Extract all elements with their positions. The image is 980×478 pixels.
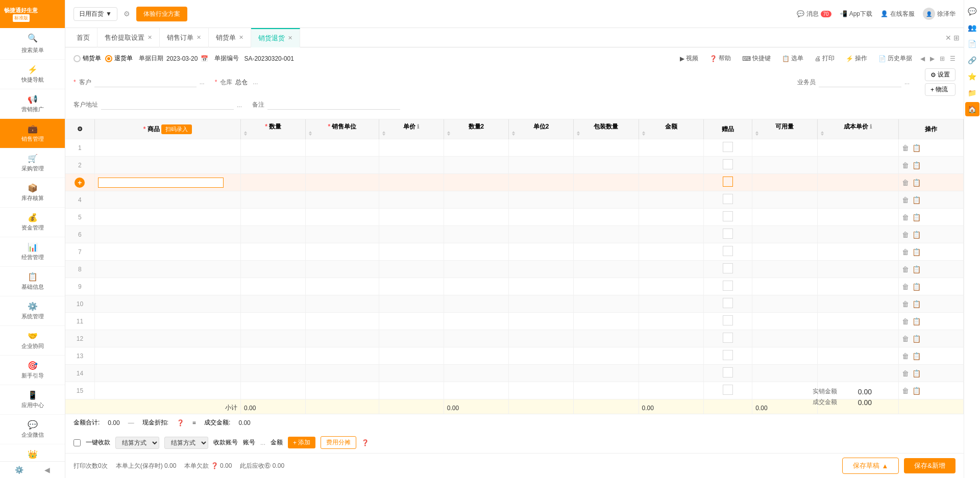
gift-cell-1[interactable] bbox=[703, 139, 752, 157]
available-sort[interactable] bbox=[755, 131, 814, 136]
radio-return[interactable]: 退货单 bbox=[105, 54, 133, 63]
gift-checkbox-8[interactable] bbox=[723, 263, 733, 273]
price-info-icon[interactable]: ℹ bbox=[417, 123, 419, 130]
product-cell-2[interactable] bbox=[94, 157, 240, 174]
address-dots[interactable]: ... bbox=[237, 102, 242, 109]
sidebar-item-shortcut[interactable]: ⚡ 快捷导航 bbox=[0, 60, 65, 89]
gift-cell-11[interactable] bbox=[703, 313, 752, 330]
qty2-cell-7[interactable] bbox=[444, 243, 508, 261]
sidebar-item-app[interactable]: 📱 应用中心 bbox=[0, 385, 65, 415]
cost-cell-7[interactable] bbox=[817, 243, 898, 261]
gift-checkbox-2[interactable] bbox=[723, 159, 733, 169]
product-cell-10[interactable] bbox=[94, 295, 240, 313]
copy-icon-6[interactable]: 📋 bbox=[912, 231, 921, 239]
gift-cell-10[interactable] bbox=[703, 295, 752, 313]
tab-home[interactable]: 首页 bbox=[69, 28, 97, 47]
sidebar-item-system[interactable]: ⚙️ 系统管理 bbox=[0, 296, 65, 326]
pack-cell-4[interactable] bbox=[574, 191, 639, 209]
cost-cell-12[interactable] bbox=[817, 330, 898, 347]
amount-sort[interactable] bbox=[642, 131, 700, 136]
cost-cell-9[interactable] bbox=[817, 278, 898, 295]
setting-btn[interactable]: ⚙ 设置 bbox=[925, 68, 955, 81]
unit2-cell-11[interactable] bbox=[509, 313, 574, 330]
available-cell-13[interactable] bbox=[752, 347, 817, 365]
price-cell-10[interactable] bbox=[379, 295, 444, 313]
tab-sales-return[interactable]: 销货退货 ✕ bbox=[251, 28, 300, 47]
qty-cell-2[interactable] bbox=[241, 157, 306, 174]
gift-cell-8[interactable] bbox=[703, 261, 752, 278]
pack-cell-14[interactable] bbox=[574, 365, 639, 382]
product-cell-4[interactable] bbox=[94, 191, 240, 209]
copy-icon-7[interactable]: 📋 bbox=[912, 248, 921, 256]
qty-cell-3[interactable] bbox=[241, 174, 306, 191]
available-cell-8[interactable] bbox=[752, 261, 817, 278]
gift-checkbox-6[interactable] bbox=[723, 229, 733, 239]
product-cell-5[interactable] bbox=[94, 209, 240, 226]
saleunit-cell-7[interactable] bbox=[306, 243, 379, 261]
product-cell-15[interactable] bbox=[94, 382, 240, 399]
copy-icon-15[interactable]: 📋 bbox=[912, 387, 921, 395]
pack-cell-2[interactable] bbox=[574, 157, 639, 174]
unit2-cell-3[interactable] bbox=[509, 174, 574, 191]
tab-delivery-close[interactable]: ✕ bbox=[239, 34, 243, 41]
qty-cell-9[interactable] bbox=[241, 278, 306, 295]
copy-icon-3[interactable]: 📋 bbox=[912, 179, 921, 187]
qty-cell-15[interactable] bbox=[241, 382, 306, 399]
gift-cell-9[interactable] bbox=[703, 278, 752, 295]
delete-icon-12[interactable]: 🗑 bbox=[902, 335, 909, 343]
price-cell-5[interactable] bbox=[379, 209, 444, 226]
pack-cell-1[interactable] bbox=[574, 139, 639, 157]
sidebar-item-enterprise[interactable]: 🤝 企业协同 bbox=[0, 326, 65, 356]
available-cell-4[interactable] bbox=[752, 191, 817, 209]
delete-icon-3[interactable]: 🗑 bbox=[902, 179, 909, 187]
tab-price-setting[interactable]: 售价提取设置 ✕ bbox=[97, 28, 160, 47]
cost-cell-11[interactable] bbox=[817, 313, 898, 330]
qty-sort[interactable] bbox=[244, 131, 302, 136]
gift-cell-7[interactable] bbox=[703, 243, 752, 261]
pack-cell-5[interactable] bbox=[574, 209, 639, 226]
qty2-cell-9[interactable] bbox=[444, 278, 508, 295]
qty2-cell-1[interactable] bbox=[444, 139, 508, 157]
saleunit-cell-12[interactable] bbox=[306, 330, 379, 347]
grid-view-btn[interactable]: ⊞ bbox=[940, 55, 945, 62]
tab-price-close[interactable]: ✕ bbox=[148, 34, 152, 41]
action-btn[interactable]: ⚡ 操作 bbox=[843, 53, 870, 64]
qty-cell-13[interactable] bbox=[241, 347, 306, 365]
price-cell-7[interactable] bbox=[379, 243, 444, 261]
experience-btn[interactable]: 体验行业方案 bbox=[136, 7, 187, 21]
product-input-3[interactable] bbox=[98, 178, 224, 188]
cost-cell-2[interactable] bbox=[817, 157, 898, 174]
pack-cell-15[interactable] bbox=[574, 382, 639, 399]
pack-cell-6[interactable] bbox=[574, 226, 639, 243]
customer-dots[interactable]: ... bbox=[200, 79, 205, 86]
tab-sales-delivery[interactable]: 销货单 ✕ bbox=[209, 28, 251, 47]
sidebar-item-member[interactable]: 👑 畅会员 bbox=[0, 444, 65, 461]
gift-cell-15[interactable] bbox=[703, 382, 752, 399]
pack-cell-12[interactable] bbox=[574, 330, 639, 347]
nav-next-btn[interactable]: ▶ bbox=[930, 55, 935, 62]
tab-close-all-btn[interactable]: ✕ bbox=[945, 34, 951, 42]
available-cell-3[interactable] bbox=[752, 174, 817, 191]
product-cell-14[interactable] bbox=[94, 365, 240, 382]
right-btn-4[interactable]: 🔗 bbox=[965, 53, 979, 67]
available-cell-11[interactable] bbox=[752, 313, 817, 330]
copy-icon-10[interactable]: 📋 bbox=[912, 300, 921, 308]
amount-cell-14[interactable] bbox=[639, 365, 703, 382]
amount-cell-10[interactable] bbox=[639, 295, 703, 313]
right-btn-3[interactable]: 📄 bbox=[965, 37, 979, 51]
tab-sales-order[interactable]: 销售订单 ✕ bbox=[160, 28, 209, 47]
delete-icon-11[interactable]: 🗑 bbox=[902, 317, 909, 325]
sidebar-item-search[interactable]: 🔍 搜索菜单 bbox=[0, 28, 65, 60]
user-avatar[interactable]: 👤 徐泽华 bbox=[923, 8, 955, 20]
tab-expand-btn[interactable]: ⊞ bbox=[953, 34, 960, 42]
right-btn-2[interactable]: 👥 bbox=[965, 20, 979, 35]
gift-checkbox-10[interactable] bbox=[723, 298, 733, 308]
qty2-cell-13[interactable] bbox=[444, 347, 508, 365]
gift-cell-4[interactable] bbox=[703, 191, 752, 209]
price-cell-11[interactable] bbox=[379, 313, 444, 330]
available-cell-6[interactable] bbox=[752, 226, 817, 243]
delete-icon-10[interactable]: 🗑 bbox=[902, 300, 909, 308]
amount-cell-11[interactable] bbox=[639, 313, 703, 330]
delete-icon-9[interactable]: 🗑 bbox=[902, 283, 909, 291]
gift-cell-14[interactable] bbox=[703, 365, 752, 382]
